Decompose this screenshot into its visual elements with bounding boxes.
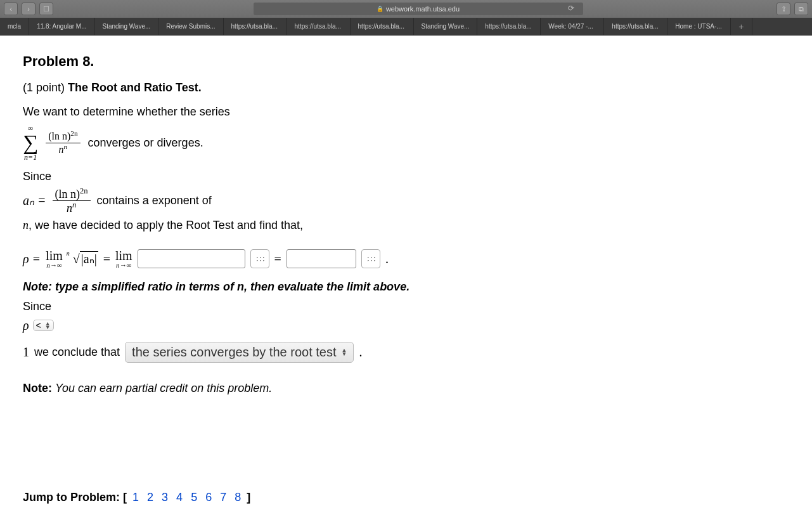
jump-link[interactable]: 8: [235, 491, 241, 504]
keypad-button-2[interactable]: [361, 249, 380, 268]
url-host: webwork.math.utsa.edu: [386, 5, 460, 13]
problem-title: Problem 8.: [23, 53, 789, 70]
keypad-button-1[interactable]: [250, 249, 269, 268]
an-equals: aₙ =: [23, 193, 46, 208]
limit-2: lim n→∞: [115, 249, 132, 269]
conclude-pre: we conclude that: [34, 346, 120, 359]
tabs-bar: mcla 11.8: Angular M... Standing Wave...…: [0, 18, 812, 36]
reload-button[interactable]: ⟳: [565, 3, 577, 14]
an-fraction: (ln n)2n nn: [53, 187, 91, 214]
jump-link[interactable]: 4: [176, 491, 183, 504]
series-fraction: (ln n)2n nn: [46, 130, 80, 155]
jump-to-problem: Jump to Problem: [ 1 2 3 4 5 6 7 8 ]: [23, 491, 250, 504]
intro-line: We want to determine whether the series: [23, 103, 789, 120]
sum-lower: n=1: [24, 153, 37, 161]
tab-item[interactable]: https://utsa.bla...: [604, 18, 667, 35]
tab-item[interactable]: 11.8: Angular M...: [29, 18, 94, 35]
address-bar[interactable]: 🔒 webwork.math.utsa.edu: [254, 3, 583, 15]
forward-button[interactable]: ›: [22, 3, 35, 15]
tabs-button[interactable]: ⧉: [794, 3, 808, 15]
equals-1: =: [103, 252, 110, 266]
tab-item[interactable]: Review Submis...: [158, 18, 223, 35]
note-line: Note: type a simplified ratio in terms o…: [23, 280, 789, 294]
new-tab-button[interactable]: +: [731, 18, 752, 35]
problem-subtitle: (1 point) The Root and Ratio Test.: [23, 81, 789, 94]
back-button[interactable]: ‹: [4, 3, 18, 15]
compare-dropdown[interactable]: < ▲▼: [33, 320, 54, 331]
sigma-icon: ∑: [23, 132, 38, 153]
equals-2: =: [274, 252, 281, 266]
jump-link[interactable]: 3: [162, 491, 168, 504]
tab-item[interactable]: mcla: [0, 18, 29, 35]
jump-link[interactable]: 6: [205, 491, 212, 504]
sidebar-toggle-button[interactable]: ☐: [39, 3, 53, 15]
note-bold: Note:: [23, 280, 52, 293]
since-label: Since: [23, 170, 789, 183]
rho-compare: ρ < ▲▼: [23, 318, 789, 333]
tab-item[interactable]: Standing Wave...: [414, 18, 478, 35]
tab-item[interactable]: https://utsa.bla...: [351, 18, 414, 35]
pc-italic: You can earn partial credit on this prob…: [55, 382, 272, 394]
tab-item[interactable]: https://utsa.bla...: [287, 18, 351, 35]
share-button[interactable]: ⇪: [777, 3, 790, 15]
conclusion-dropdown[interactable]: the series converges by the root test ▲▼: [125, 342, 354, 363]
tab-item[interactable]: https://utsa.bla...: [477, 18, 541, 35]
since-2: Since: [23, 300, 789, 313]
problem-content: Problem 8. (1 point) The Root and Ratio …: [0, 36, 812, 403]
an-definition: aₙ = (ln n)2n nn contains a exponent of: [23, 187, 789, 214]
partial-credit-note: Note: You can earn partial credit on thi…: [23, 382, 789, 395]
answer-input-2[interactable]: [287, 249, 356, 268]
series-expression: ∞ ∑ n=1 (ln n)2n nn converges or diverge…: [23, 124, 789, 161]
jump-link[interactable]: 1: [132, 491, 139, 504]
jump-label: Jump to Problem:: [23, 491, 120, 504]
conclusion-value: the series converges by the root test: [132, 345, 336, 360]
rho-symbol: ρ: [23, 318, 29, 333]
jump-link[interactable]: 5: [191, 491, 197, 504]
compare-value: <: [36, 320, 41, 330]
answer-input-1[interactable]: [138, 249, 245, 268]
contains-text: contains a exponent of: [97, 194, 212, 207]
jump-link[interactable]: 7: [220, 491, 226, 504]
one-value: 1: [23, 345, 29, 360]
dropdown-arrows-icon: ▲▼: [45, 322, 51, 329]
tab-item[interactable]: Home : UTSA-...: [667, 18, 731, 35]
points-prefix: (1 point): [23, 81, 68, 94]
pc-bold: Note:: [23, 382, 52, 394]
root-test-line: n, we have decided to apply the Root Tes…: [23, 217, 789, 234]
address-bar-wrap: 🔒 webwork.math.utsa.edu ⟳: [57, 3, 773, 15]
tab-item[interactable]: Week: 04/27 -...: [541, 18, 604, 35]
sigma-symbol: ∞ ∑ n=1: [23, 124, 38, 161]
rho-equation: ρ = lim n→∞ n √|aₙ| = lim n→∞ = .: [23, 249, 789, 269]
period-2: .: [359, 345, 362, 360]
nth-root: n √|aₙ|: [68, 251, 98, 266]
points-title: The Root and Ratio Test.: [68, 81, 202, 94]
note-rest: type a simplified ratio in terms of n, t…: [55, 280, 409, 293]
limit-1: lim n→∞: [46, 249, 63, 269]
conclude-line: 1 we conclude that the series converges …: [23, 342, 789, 363]
tab-item[interactable]: Standing Wave...: [95, 18, 159, 35]
lock-icon: 🔒: [377, 6, 383, 12]
tab-item[interactable]: https://utsa.bla...: [224, 18, 287, 35]
browser-toolbar: ‹ › ☐ 🔒 webwork.math.utsa.edu ⟳ ⇪ ⧉: [0, 0, 812, 18]
jump-link[interactable]: 2: [147, 491, 153, 504]
rho-eq: ρ =: [23, 252, 41, 266]
converges-text: converges or diverges.: [88, 134, 203, 152]
period-1: .: [385, 252, 389, 266]
dropdown-arrows-icon: ▲▼: [342, 348, 347, 356]
